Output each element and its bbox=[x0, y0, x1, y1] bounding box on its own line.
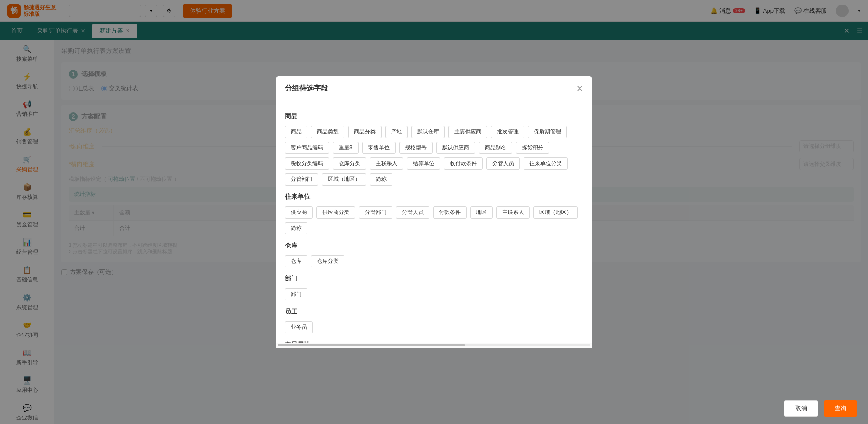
field-tag[interactable]: 产地 bbox=[385, 126, 408, 138]
group-title-warehouse: 仓库 bbox=[285, 242, 583, 250]
field-grid-dept: 部门 bbox=[285, 288, 583, 300]
field-tag[interactable]: 税收分类编码 bbox=[285, 157, 329, 170]
field-tag[interactable]: 商品分类 bbox=[348, 126, 382, 138]
field-tag[interactable]: 分管人员 bbox=[486, 157, 520, 170]
field-tag[interactable]: 仓库分类 bbox=[311, 255, 344, 267]
h-scroll-track bbox=[278, 344, 590, 346]
h-scroll-thumb bbox=[278, 344, 465, 346]
field-tag[interactable]: 保质期管理 bbox=[528, 126, 567, 138]
field-tag[interactable]: 区域（地区） bbox=[322, 173, 366, 186]
field-tag[interactable]: 区域（地区） bbox=[533, 206, 578, 219]
field-tag[interactable]: 仓库 bbox=[285, 255, 307, 267]
field-tag[interactable]: 主联系人 bbox=[370, 157, 403, 170]
field-grid-employee: 业务员 bbox=[285, 321, 583, 333]
modal-overlay: 分组待选字段 ✕ 商品 商品 商品类型 商品分类 产地 默认仓库 主要供应商 批… bbox=[0, 0, 868, 424]
group-title-partner: 往来单位 bbox=[285, 193, 583, 201]
cancel-button[interactable]: 取消 bbox=[784, 400, 818, 417]
field-tag[interactable]: 部门 bbox=[285, 288, 307, 300]
field-tag[interactable]: 商品别名 bbox=[479, 142, 512, 154]
field-grid-product: 商品 商品类型 商品分类 产地 默认仓库 主要供应商 批次管理 保质期管理 客户… bbox=[285, 126, 583, 186]
field-tag[interactable]: 重量3 bbox=[333, 142, 359, 154]
field-tag[interactable]: 分管人员 bbox=[396, 206, 429, 219]
field-tag[interactable]: 结算单位 bbox=[407, 157, 440, 170]
field-tag[interactable]: 地区 bbox=[470, 206, 493, 219]
field-tag[interactable]: 往来单位分类 bbox=[524, 157, 568, 170]
field-grid-warehouse: 仓库 仓库分类 bbox=[285, 255, 583, 267]
field-tag[interactable]: 主联系人 bbox=[496, 206, 530, 219]
field-tag[interactable]: 默认仓库 bbox=[411, 126, 445, 138]
field-tag[interactable]: 客户商品编码 bbox=[285, 142, 329, 154]
field-tag[interactable]: 付款条件 bbox=[433, 206, 467, 219]
field-tag[interactable]: 收付款条件 bbox=[444, 157, 483, 170]
field-tag[interactable]: 分管部门 bbox=[359, 206, 392, 219]
group-title-dept: 部门 bbox=[285, 275, 583, 283]
field-tag[interactable]: 供应商 bbox=[285, 206, 313, 219]
field-tag[interactable]: 商品类型 bbox=[311, 126, 344, 138]
field-tag[interactable]: 默认供应商 bbox=[436, 142, 475, 154]
field-tag[interactable]: 商品 bbox=[285, 126, 307, 138]
field-tag[interactable]: 简称 bbox=[285, 222, 307, 234]
field-tag[interactable]: 分管部门 bbox=[285, 173, 318, 186]
footer-buttons: 取消 查询 bbox=[773, 393, 868, 424]
field-grid-partner: 供应商 供应商分类 分管部门 分管人员 付款条件 地区 主联系人 区域（地区） … bbox=[285, 206, 583, 234]
confirm-button[interactable]: 查询 bbox=[824, 400, 857, 417]
field-tag[interactable]: 批次管理 bbox=[491, 126, 524, 138]
field-tag[interactable]: 供应商分类 bbox=[316, 206, 355, 219]
field-tag[interactable]: 零售单位 bbox=[362, 142, 396, 154]
field-tag[interactable]: 简称 bbox=[370, 173, 392, 186]
field-tag[interactable]: 业务员 bbox=[285, 321, 313, 333]
field-tag[interactable]: 仓库分类 bbox=[333, 157, 366, 170]
field-tag[interactable]: 主要供应商 bbox=[448, 126, 487, 138]
field-tag[interactable]: 拣货积分 bbox=[516, 142, 549, 154]
group-title-employee: 员工 bbox=[285, 308, 583, 316]
field-select-modal: 分组待选字段 ✕ 商品 商品 商品类型 商品分类 产地 默认仓库 主要供应商 批… bbox=[276, 76, 592, 348]
group-title-product: 商品 bbox=[285, 112, 583, 120]
modal-close-btn[interactable]: ✕ bbox=[576, 84, 583, 94]
modal-body: 商品 商品 商品类型 商品分类 产地 默认仓库 主要供应商 批次管理 保质期管理… bbox=[276, 101, 592, 343]
modal-h-scrollbar[interactable] bbox=[276, 343, 592, 348]
field-tag[interactable]: 规格型号 bbox=[399, 142, 433, 154]
modal-title: 分组待选字段 bbox=[285, 84, 328, 93]
modal-header: 分组待选字段 ✕ bbox=[276, 76, 592, 101]
